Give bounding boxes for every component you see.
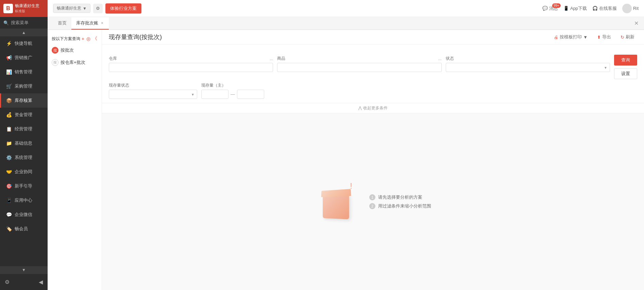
tab-home[interactable]: 首页	[53, 17, 71, 30]
experience-industry-button[interactable]: 体验行业方案	[105, 3, 141, 14]
app-download-label: App下载	[570, 5, 587, 12]
sidebar-item-label-quick-nav: 快捷导航	[15, 40, 32, 47]
sidebar-item-label-basic: 基础信息	[15, 140, 32, 146]
stock-status-select[interactable]	[109, 90, 197, 99]
left-panel-title: 按以下方案查询	[52, 36, 80, 42]
refresh-button[interactable]: ↻ 刷新	[618, 33, 637, 41]
finance-icon: 💰	[6, 112, 12, 117]
sidebar-item-wechat[interactable]: 💬 企业微信	[0, 207, 48, 222]
sidebar-collapse-icon[interactable]: ◀	[37, 277, 44, 287]
empty-exclaim-icon: !	[350, 181, 352, 191]
sidebar-item-basic[interactable]: 📁 基础信息	[0, 136, 48, 150]
filter-stock-qty-label: 现存量（主）	[201, 83, 637, 88]
app-download-button[interactable]: 📱 App下载	[563, 5, 587, 12]
sidebar-item-appcenter[interactable]: 📱 应用中心	[0, 193, 48, 207]
warehouse-dots[interactable]: ...	[270, 56, 273, 61]
global-settings-icon[interactable]: ⚙	[3, 277, 11, 287]
filter-settings-button[interactable]: 设置	[614, 68, 637, 79]
sidebar-item-label-marketing: 营销推广	[15, 55, 32, 61]
message-icon: 💬	[542, 6, 548, 11]
appcenter-icon: 📱	[6, 198, 12, 203]
basic-icon: 📁	[6, 141, 12, 146]
headset-icon: 🎧	[592, 6, 598, 11]
sidebar-item-operation[interactable]: 📋 经营管理	[0, 122, 48, 136]
app-logo: B	[3, 4, 13, 13]
tab-panel-close-button[interactable]: ✕	[634, 20, 639, 26]
scheme-by-warehouse-batch-icon: 按	[52, 59, 58, 66]
empty-tip-2: 2 用过滤条件来缩小分析范围	[369, 203, 431, 209]
scroll-down-button[interactable]: ▼	[0, 266, 48, 274]
export-label: 导出	[602, 34, 611, 40]
user-name: Rit	[633, 6, 639, 11]
member-icon: 🏷️	[6, 226, 12, 232]
wechat-icon: 💬	[6, 212, 12, 217]
company-selector[interactable]: 畅康通好生意 ▼	[53, 4, 90, 13]
filter-stock-status-label: 现存量状态	[109, 83, 197, 88]
sidebar-item-sales[interactable]: 📊 销售管理	[0, 65, 48, 79]
tab-home-label: 首页	[58, 20, 67, 26]
sidebar-item-label-enterprise: 企业协同	[15, 169, 32, 175]
add-scheme-button[interactable]: +	[81, 35, 85, 42]
toolbar-right: 🖨 按模板打印 ▼ ⬆ 导出 ↻ 刷新	[551, 33, 637, 41]
topbar-gear-button[interactable]: ⚙	[93, 4, 103, 13]
export-button[interactable]: ⬆ 导出	[594, 33, 614, 41]
sidebar-item-newbie[interactable]: 🎯 新手引导	[0, 179, 48, 193]
warehouse-input[interactable]	[109, 63, 273, 72]
filter-status-field: 状态	[446, 56, 610, 72]
sidebar-item-inventory[interactable]: 📦 库存核算	[0, 93, 48, 108]
user-profile-button[interactable]: Rit	[622, 4, 639, 13]
tab-close-button[interactable]: ×	[100, 21, 104, 25]
filter-stock-qty-field: 现存量（主） —	[201, 83, 637, 99]
filter-stock-status-field: 现存量状态	[109, 83, 197, 99]
sidebar-item-label-newbie: 新手引导	[15, 183, 32, 189]
tab-inventory-batch-label: 库存批次账	[76, 20, 98, 26]
empty-illustration: !	[315, 181, 356, 222]
message-badge: 99+	[552, 3, 561, 8]
filter-row-1: 仓库 ... 商品 ... 状态	[109, 49, 637, 79]
goods-input[interactable]	[277, 63, 441, 72]
filter-status-label: 状态	[446, 56, 610, 61]
goods-dots[interactable]: ...	[438, 56, 442, 61]
scheme-by-batch-label: 按批次	[61, 47, 74, 53]
search-icon: 🔍	[3, 20, 9, 25]
filter-goods-label: 商品 ...	[277, 56, 441, 61]
stock-status-select-wrap	[109, 90, 197, 99]
qty-max-input[interactable]	[237, 90, 264, 99]
sidebar-item-marketing[interactable]: 📢 营销推广	[0, 51, 48, 65]
scheme-by-batch[interactable]: 按 按批次	[48, 44, 102, 56]
sidebar-item-finance[interactable]: 💰 资金管理	[0, 108, 48, 122]
sidebar-item-enterprise[interactable]: 🤝 企业协同	[0, 165, 48, 179]
collapse-more-button[interactable]: ⋀ 收起更多条件	[102, 103, 644, 113]
enterprise-icon: 🤝	[6, 169, 12, 175]
online-service-button[interactable]: 🎧 在线客服	[592, 5, 617, 12]
tip-text-1: 请先选择要分析的方案	[378, 194, 422, 200]
print-label: 按模板打印	[560, 34, 582, 40]
sidebar-item-label-system: 系统管理	[15, 155, 32, 161]
search-menu-label: 搜索菜单	[11, 20, 29, 26]
scheme-by-warehouse-batch-label: 按仓库+批次	[61, 59, 85, 66]
tab-inventory-batch[interactable]: 库存批次账 ×	[71, 17, 109, 30]
filter-bar: 仓库 ... 商品 ... 状态	[102, 44, 644, 103]
page-title: 现存量查询(按批次)	[109, 33, 162, 41]
scheme-by-batch-icon: 按	[52, 47, 58, 54]
sidebar-item-label-appcenter: 应用中心	[15, 197, 32, 203]
sidebar-item-purchase[interactable]: 🛒 采购管理	[0, 79, 48, 93]
filter-goods-field: 商品 ...	[277, 56, 441, 72]
sidebar-item-label-member: 畅会员	[15, 226, 28, 232]
status-select[interactable]	[446, 63, 610, 72]
sidebar-item-system[interactable]: ⚙️ 系统管理	[0, 150, 48, 165]
left-panel-collapse-button[interactable]: 《	[92, 35, 98, 42]
sidebar-item-member[interactable]: 🏷️ 畅会员	[0, 222, 48, 236]
tip-num-1: 1	[369, 194, 375, 200]
search-menu[interactable]: 🔍 搜索菜单	[0, 17, 48, 29]
print-button[interactable]: 🖨 按模板打印 ▼	[551, 33, 590, 41]
scheme-by-warehouse-batch[interactable]: 按 按仓库+批次	[48, 56, 102, 69]
scroll-up-button[interactable]: ▲	[0, 29, 48, 36]
sidebar-item-quick-nav[interactable]: ⚡ 快捷导航	[0, 36, 48, 51]
filter-warehouse-label: 仓库 ...	[109, 56, 273, 61]
message-button[interactable]: 💬 消息 99+	[542, 5, 558, 12]
print-chevron-icon: ▼	[583, 35, 588, 40]
qty-min-input[interactable]	[201, 90, 228, 99]
scheme-settings-button[interactable]: ◎	[86, 35, 91, 42]
query-button[interactable]: 查询	[614, 55, 637, 66]
